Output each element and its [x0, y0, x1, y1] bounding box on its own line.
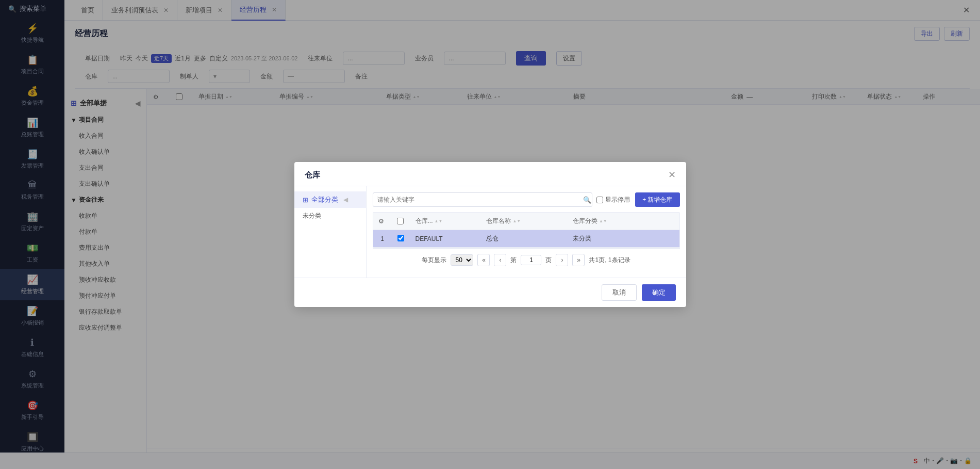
modal-title-text: 仓库	[305, 170, 320, 180]
modal-toolbar: 🔍 显示停用 + 新增仓库	[373, 192, 680, 207]
modal-page-suffix: 页	[545, 256, 552, 265]
modal-next-page-btn[interactable]: ›	[556, 254, 568, 266]
modal-footer: 取消 确定	[294, 278, 686, 307]
row-settings-cell: 1	[373, 231, 392, 247]
modal-page-input[interactable]	[521, 255, 541, 265]
modal-grid-icon: ⊞	[303, 196, 308, 204]
modal-search-icon[interactable]: 🔍	[583, 196, 591, 204]
row-name-cell: 总仓	[481, 230, 567, 247]
cancel-button[interactable]: 取消	[602, 284, 637, 301]
name-sort-icon: ▲▼	[512, 219, 521, 223]
modal-sidebar: ⊞ 全部分类 ◀ 未分类	[294, 186, 367, 278]
row-code-cell: DEFAULT	[410, 231, 481, 247]
modal-sidebar-collapse-btn[interactable]: ◀	[343, 196, 348, 203]
modal-table-header: ⚙ 仓库... ▲▼ 仓库名称 ▲▼	[373, 213, 679, 230]
modal-last-page-btn[interactable]: »	[572, 254, 585, 266]
row-checkbox[interactable]	[397, 235, 404, 241]
col-category-label: 仓库分类	[573, 217, 597, 225]
modal-pagination: 每页显示 50 « ‹ 第 页 › » 共1页, 1条记录	[373, 248, 680, 271]
table-row[interactable]: 1 DEFAULT 总仓 未分类	[373, 230, 679, 248]
modal-col-code-header[interactable]: 仓库... ▲▼	[410, 213, 481, 230]
modal-sidebar-uncategorized[interactable]: 未分类	[294, 208, 366, 224]
modal-settings-icon: ⚙	[378, 218, 384, 225]
modal-prev-page-btn[interactable]: ‹	[494, 254, 506, 266]
code-sort-icon: ▲▼	[435, 219, 443, 223]
modal-close-btn[interactable]: ✕	[668, 169, 676, 181]
modal-col-settings-header[interactable]: ⚙	[373, 214, 392, 229]
modal-total-text: 共1页, 1条记录	[589, 256, 630, 265]
category-sort-icon: ▲▼	[599, 219, 607, 223]
modal-main: 🔍 显示停用 + 新增仓库 ⚙	[367, 186, 686, 278]
modal-overlay[interactable]: 仓库 ✕ ⊞ 全部分类 ◀ 未分类 🔍	[0, 0, 980, 469]
add-warehouse-button[interactable]: + 新增仓库	[635, 192, 679, 207]
modal-table: ⚙ 仓库... ▲▼ 仓库名称 ▲▼	[373, 212, 680, 248]
modal-col-name-header[interactable]: 仓库名称 ▲▼	[481, 213, 567, 230]
modal-col-check-header[interactable]	[392, 214, 410, 229]
modal-table-body: 1 DEFAULT 总仓 未分类	[373, 230, 679, 248]
modal-body: ⊞ 全部分类 ◀ 未分类 🔍 显示停用 + 新增	[294, 186, 686, 278]
row-check-cell[interactable]	[392, 231, 410, 247]
modal-sidebar-all-category[interactable]: ⊞ 全部分类 ◀	[294, 191, 366, 208]
row-category-cell: 未分类	[568, 230, 679, 247]
col-name-label: 仓库名称	[486, 217, 511, 225]
modal-per-page-label: 每页显示	[422, 256, 446, 265]
confirm-button[interactable]: 确定	[642, 284, 676, 301]
modal-per-page-select[interactable]: 50	[451, 254, 473, 266]
modal-sidebar-all-label: 全部分类	[311, 195, 338, 204]
modal-select-all-checkbox[interactable]	[397, 218, 404, 224]
modal-sidebar-category-label: 未分类	[303, 212, 321, 219]
modal-search-input[interactable]	[373, 192, 593, 207]
show-disabled-checkbox[interactable]	[596, 197, 603, 203]
col-code-label: 仓库...	[416, 217, 433, 225]
modal-col-category-header[interactable]: 仓库分类 ▲▼	[568, 213, 679, 230]
modal-header: 仓库 ✕	[294, 162, 686, 186]
modal-page-prefix: 第	[510, 256, 517, 265]
show-disabled-text: 显示停用	[605, 196, 630, 204]
warehouse-modal: 仓库 ✕ ⊞ 全部分类 ◀ 未分类 🔍	[294, 162, 686, 307]
modal-first-page-btn[interactable]: «	[477, 254, 490, 266]
show-disabled-label[interactable]: 显示停用	[596, 196, 630, 204]
